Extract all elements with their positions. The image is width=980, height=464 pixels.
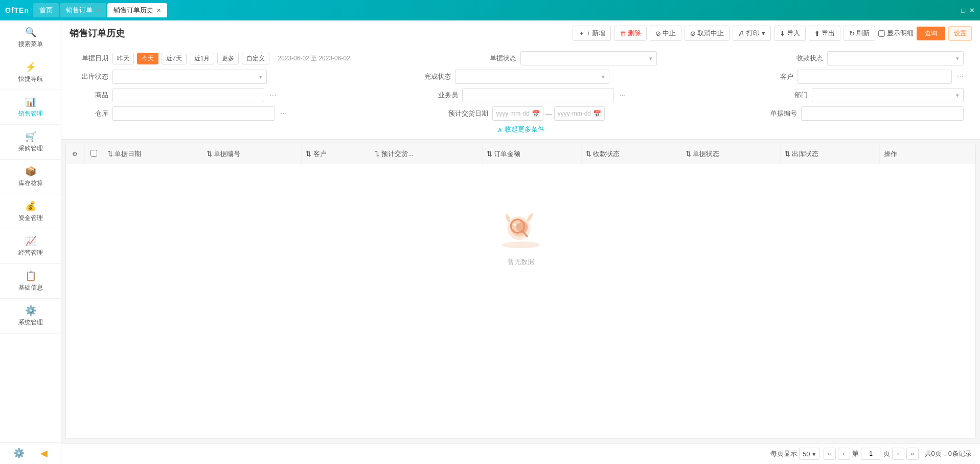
date-1month[interactable]: 近1月 bbox=[190, 53, 215, 64]
add-icon: ＋ bbox=[578, 29, 585, 38]
sidebar-item-sales[interactable]: 📊 销售管理 bbox=[0, 90, 61, 125]
sidebar-item-purchase[interactable]: 🛒 采购管理 bbox=[0, 125, 61, 160]
minimize-icon[interactable]: — bbox=[950, 7, 957, 14]
order-status-label: 单据状态 bbox=[486, 54, 516, 63]
sort-customer-icon[interactable]: ⇅ bbox=[306, 150, 311, 158]
page-label: 第 bbox=[852, 449, 859, 458]
print-button[interactable]: 🖨 打印 ▾ bbox=[733, 26, 771, 41]
tab-home[interactable]: 首页 bbox=[33, 3, 59, 17]
warehouse-input[interactable] bbox=[112, 106, 275, 121]
per-page-select[interactable]: 50 ▾ bbox=[799, 448, 819, 460]
customer-dots[interactable]: ··· bbox=[957, 72, 964, 81]
delivery-date-end[interactable]: yyyy-mm-dd 📅 bbox=[554, 106, 605, 121]
next-page-button[interactable]: › bbox=[892, 448, 904, 460]
delete-button[interactable]: 🗑 删除 bbox=[614, 26, 647, 41]
sort-order-no-icon[interactable]: ⇅ bbox=[207, 150, 212, 158]
sort-amount-icon[interactable]: ⇅ bbox=[487, 150, 492, 158]
th-settings[interactable]: ⚙ bbox=[66, 144, 84, 164]
delivery-date-range: yyyy-mm-dd 📅 — yyyy-mm-dd 📅 bbox=[492, 106, 605, 121]
sidebar-item-search[interactable]: 🔍 搜索菜单 bbox=[0, 20, 61, 55]
tab-sales-order-history-close[interactable]: ✕ bbox=[156, 7, 161, 14]
date-custom[interactable]: 自定义 bbox=[242, 53, 269, 64]
sidebar-item-inventory[interactable]: 📦 库存核算 bbox=[0, 160, 61, 194]
cancel-stop-icon: ⊘ bbox=[690, 30, 696, 37]
product-label: 商品 bbox=[78, 91, 108, 100]
filter-row-2: 出库状态 ▾ 完成状态 ▾ 客户 ··· bbox=[78, 70, 964, 84]
page-number-input[interactable] bbox=[861, 448, 881, 460]
salesman-input[interactable] bbox=[462, 88, 614, 102]
customer-input[interactable] bbox=[797, 70, 952, 84]
last-page-button[interactable]: » bbox=[906, 448, 919, 460]
tab-sales-order-history[interactable]: 销售订单历史 ✕ bbox=[107, 3, 167, 17]
quick-nav-icon: ⚡ bbox=[25, 61, 36, 73]
cancel-stop-button[interactable]: ⊘ 取消中止 bbox=[685, 26, 730, 41]
date-label: 单据日期 bbox=[78, 54, 108, 63]
stop-button[interactable]: ⊘ 中止 bbox=[650, 26, 681, 41]
tab-bar: 首页 销售订单 ✕ 销售订单历史 ✕ bbox=[33, 3, 950, 17]
sort-delivery-icon[interactable]: ⇅ bbox=[374, 150, 380, 158]
product-input[interactable] bbox=[112, 88, 264, 102]
date-7days[interactable]: 近7天 bbox=[162, 53, 187, 64]
department-chevron: ▾ bbox=[956, 92, 959, 99]
salesman-dots[interactable]: ··· bbox=[619, 91, 626, 100]
th-checkbox[interactable] bbox=[84, 144, 103, 164]
export-button[interactable]: ⬆ 导出 bbox=[809, 26, 840, 41]
purchase-icon: 🛒 bbox=[25, 131, 36, 142]
first-page-button[interactable]: « bbox=[824, 448, 836, 460]
th-delivery-date: ⇅ 预计交货... bbox=[370, 144, 483, 164]
sidebar-item-quick-nav[interactable]: ⚡ 快捷导航 bbox=[0, 55, 61, 90]
sort-payment-icon[interactable]: ⇅ bbox=[586, 150, 591, 158]
complete-status-select[interactable]: ▾ bbox=[455, 70, 609, 84]
topbar: OfTEn 首页 销售订单 ✕ 销售订单历史 ✕ — □ ✕ bbox=[0, 0, 980, 20]
filter-row-4: 仓库 ··· 预计交货日期 yyyy-mm-dd 📅 — yyyy-mm-dd bbox=[78, 106, 964, 121]
query-button[interactable]: 查询 bbox=[917, 27, 945, 40]
filter-row-1: 单据日期 昨天 今天 近7天 近1月 更多 自定义 2023-06-02 至 2… bbox=[78, 51, 964, 65]
delivery-date-label: 预计交货日期 bbox=[448, 109, 488, 118]
date-today[interactable]: 今天 bbox=[137, 53, 158, 64]
date-more[interactable]: 更多 bbox=[217, 53, 239, 64]
svg-point-0 bbox=[502, 241, 540, 248]
table-container: ⚙ ⇅ 单据日期 ⇅ 单据编号 ⇅ 客户 bbox=[65, 144, 976, 439]
payment-status-select[interactable]: ▾ bbox=[827, 51, 964, 65]
warehouse-dots[interactable]: ··· bbox=[280, 109, 287, 118]
date-yesterday[interactable]: 昨天 bbox=[112, 53, 134, 64]
system-icon: ⚙️ bbox=[25, 305, 36, 316]
sidebar-item-basic-info[interactable]: 📋 基础信息 bbox=[0, 264, 61, 299]
warehouse-label: 仓库 bbox=[78, 109, 108, 118]
sort-warehouse-icon[interactable]: ⇅ bbox=[785, 150, 790, 158]
select-all-checkbox[interactable] bbox=[90, 150, 97, 157]
page-suffix: 页 bbox=[883, 449, 890, 458]
display-detail-checkbox[interactable]: 显示明细 bbox=[878, 29, 914, 38]
sidebar-item-system[interactable]: ⚙️ 系统管理 bbox=[0, 299, 61, 334]
sidebar-item-finance[interactable]: 💰 资金管理 bbox=[0, 194, 61, 229]
sort-order-status-icon[interactable]: ⇅ bbox=[686, 150, 691, 158]
filter-area: 单据日期 昨天 今天 近7天 近1月 更多 自定义 2023-06-02 至 2… bbox=[70, 46, 972, 139]
refresh-icon: ↻ bbox=[849, 30, 855, 37]
prev-page-button[interactable]: ‹ bbox=[838, 448, 850, 460]
sidebar-settings-icon[interactable]: ⚙️ bbox=[13, 448, 25, 459]
maximize-icon[interactable]: □ bbox=[961, 7, 965, 14]
payment-status-label: 收款状态 bbox=[792, 54, 823, 63]
tab-sales-order-close[interactable]: ✕ bbox=[96, 7, 100, 14]
display-detail-input[interactable] bbox=[878, 30, 885, 37]
import-button[interactable]: ⬇ 导入 bbox=[774, 26, 806, 41]
order-number-input[interactable] bbox=[801, 106, 964, 121]
complete-status-chevron: ▾ bbox=[602, 74, 605, 80]
close-window-icon[interactable]: ✕ bbox=[969, 7, 975, 14]
sidebar-item-operations[interactable]: 📈 经营管理 bbox=[0, 229, 61, 264]
product-dots[interactable]: ··· bbox=[269, 91, 276, 100]
warehouse-status-select[interactable]: ▾ bbox=[112, 70, 267, 84]
add-button[interactable]: ＋ + 新增 bbox=[573, 26, 611, 41]
tab-sales-order[interactable]: 销售订单 ✕ bbox=[60, 3, 106, 17]
delivery-date-start[interactable]: yyyy-mm-dd 📅 bbox=[492, 106, 543, 121]
collapse-button[interactable]: ∧ 收起更多条件 bbox=[78, 125, 964, 134]
department-select[interactable]: ▾ bbox=[812, 88, 964, 102]
print-icon: 🖨 bbox=[738, 30, 745, 37]
payment-status-chevron: ▾ bbox=[956, 55, 959, 62]
sort-date-icon[interactable]: ⇅ bbox=[107, 150, 113, 158]
sidebar-collapse-icon[interactable]: ◀ bbox=[40, 448, 48, 459]
calendar-end-icon: 📅 bbox=[593, 110, 601, 118]
settings-button[interactable]: 设置 bbox=[948, 26, 972, 41]
refresh-button[interactable]: ↻ 刷新 bbox=[844, 26, 875, 41]
order-status-select[interactable]: ▾ bbox=[520, 51, 657, 65]
